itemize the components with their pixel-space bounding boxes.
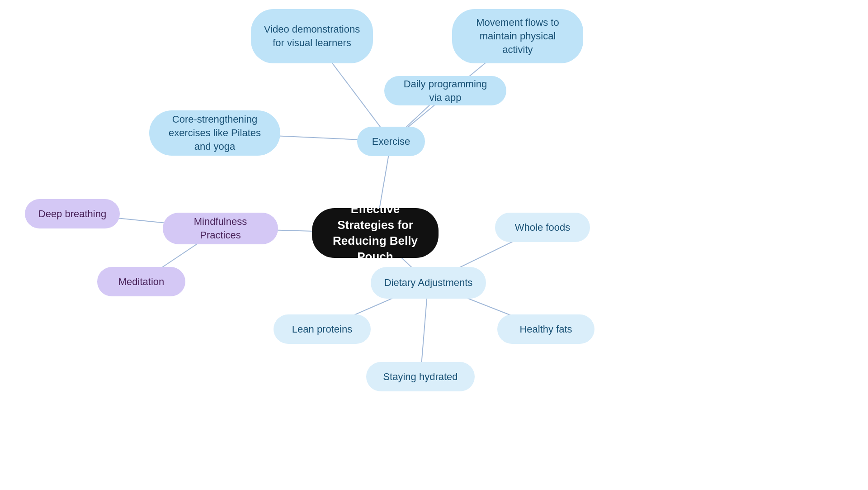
video-demo-node: Video demonstrations for visual learners xyxy=(251,9,373,63)
meditation-label: Meditation xyxy=(118,275,165,289)
center-label: Effective Strategies for Reducing Belly … xyxy=(325,201,426,265)
movement-flows-label: Movement flows to maintain physical acti… xyxy=(465,16,571,56)
meditation-node: Meditation xyxy=(97,267,185,296)
movement-flows-node: Movement flows to maintain physical acti… xyxy=(452,9,583,63)
dietary-node: Dietary Adjustments xyxy=(371,267,486,299)
deep-breathing-label: Deep breathing xyxy=(38,207,106,221)
daily-programming-node: Daily programming via app xyxy=(384,76,506,105)
healthy-fats-node: Healthy fats xyxy=(497,314,594,344)
lean-proteins-label: Lean proteins xyxy=(292,323,352,336)
dietary-label: Dietary Adjustments xyxy=(384,276,473,290)
exercise-label: Exercise xyxy=(372,135,410,148)
whole-foods-label: Whole foods xyxy=(515,221,570,234)
mindfulness-label: Mindfulness Practices xyxy=(175,215,265,242)
deep-breathing-node: Deep breathing xyxy=(25,199,120,228)
daily-programming-label: Daily programming via app xyxy=(397,77,494,104)
core-strengthening-label: Core-strengthening exercises like Pilate… xyxy=(162,113,268,153)
mindfulness-node: Mindfulness Practices xyxy=(163,213,278,244)
whole-foods-node: Whole foods xyxy=(495,213,590,242)
core-strengthening-node: Core-strengthening exercises like Pilate… xyxy=(149,110,280,156)
lean-proteins-node: Lean proteins xyxy=(274,314,371,344)
healthy-fats-label: Healthy fats xyxy=(519,323,572,336)
video-demo-label: Video demonstrations for visual learners xyxy=(264,23,360,49)
exercise-node: Exercise xyxy=(357,127,425,156)
center-node: Effective Strategies for Reducing Belly … xyxy=(312,208,439,258)
staying-hydrated-label: Staying hydrated xyxy=(383,370,458,384)
staying-hydrated-node: Staying hydrated xyxy=(366,362,475,391)
